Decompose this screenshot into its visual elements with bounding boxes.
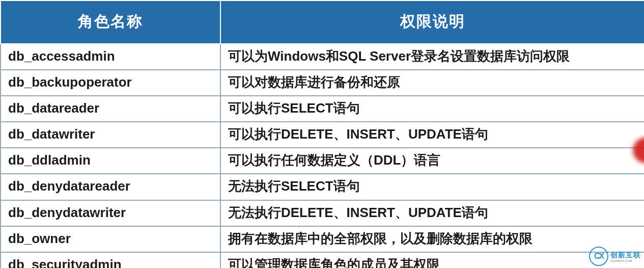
- cell-role-desc: 拥有在数据库中的全部权限，以及删除数据库的权限: [220, 226, 644, 252]
- table-row: db_owner 拥有在数据库中的全部权限，以及删除数据库的权限: [1, 226, 644, 252]
- table-row: db_datawriter 可以执行DELETE、INSERT、UPDATE语句: [1, 122, 644, 148]
- cell-role-name: db_datareader: [1, 96, 220, 122]
- cell-role-desc: 可以对数据库进行备份和还原: [220, 70, 644, 96]
- cell-role-name: db_denydatareader: [1, 174, 220, 200]
- cell-role-desc: 可以执行DELETE、INSERT、UPDATE语句: [220, 122, 644, 148]
- header-role-name: 角色名称: [1, 1, 220, 44]
- cell-role-desc: 可以管理数据库角色的成员及其权限: [220, 252, 644, 268]
- table-row: db_datareader 可以执行SELECT语句: [1, 96, 644, 122]
- table-row: db_backupoperator 可以对数据库进行备份和还原: [1, 70, 644, 96]
- cell-role-name: db_owner: [1, 226, 220, 252]
- cell-role-name: db_backupoperator: [1, 70, 220, 96]
- cell-role-name: db_accessadmin: [1, 44, 220, 70]
- cell-role-desc: 无法执行DELETE、INSERT、UPDATE语句: [220, 200, 644, 226]
- table-row: db_ddladmin 可以执行任何数据定义（DDL）语言: [1, 148, 644, 174]
- cell-role-name: db_ddladmin: [1, 148, 220, 174]
- table-row: db_denydatawriter 无法执行DELETE、INSERT、UPDA…: [1, 200, 644, 226]
- table-row: db_denydatareader 无法执行SELECT语句: [1, 174, 644, 200]
- cell-role-name: db_securityadmin: [1, 252, 220, 268]
- cell-role-desc: 可以执行SELECT语句: [220, 96, 644, 122]
- cell-role-desc: 可以执行任何数据定义（DDL）语言: [220, 148, 644, 174]
- cell-role-desc: 无法执行SELECT语句: [220, 174, 644, 200]
- header-permission-desc: 权限说明: [220, 1, 644, 44]
- table-row: db_securityadmin 可以管理数据库角色的成员及其权限: [1, 252, 644, 268]
- cell-role-name: db_denydatawriter: [1, 200, 220, 226]
- role-permission-table: 角色名称 权限说明 db_accessadmin 可以为Windows和SQL …: [0, 0, 644, 268]
- cell-role-name: db_datawriter: [1, 122, 220, 148]
- table-header-row: 角色名称 权限说明: [1, 1, 644, 44]
- table-row: db_accessadmin 可以为Windows和SQL Server登录名设…: [1, 44, 644, 70]
- cell-role-desc: 可以为Windows和SQL Server登录名设置数据库访问权限: [220, 44, 644, 70]
